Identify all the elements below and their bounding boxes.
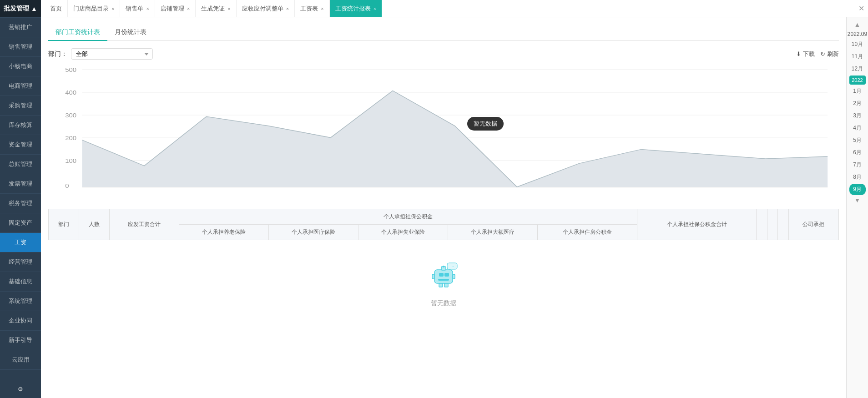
timeline-month-6[interactable]: 6月 — [849, 147, 866, 158]
th-personal-large-medical: 个人承担大额医疗 — [448, 225, 538, 240]
settings-button[interactable]: ⚙ — [0, 380, 41, 398]
sidebar-item-inventory[interactable]: 库存核算 — [0, 116, 41, 135]
timeline-month-2[interactable]: 2月 — [849, 98, 866, 109]
tab-store-catalog[interactable]: 门店商品目录 × — [68, 0, 120, 17]
tab-close-icon[interactable]: × — [187, 6, 190, 11]
th-personal-housing-fund: 个人承担住房公积金 — [538, 225, 637, 240]
sidebar-item-guide[interactable]: 新手引导 — [0, 331, 41, 350]
sidebar-item-cloud[interactable]: 云应用 — [0, 350, 41, 370]
sidebar-header[interactable]: 批发管理 ▲ — [0, 0, 41, 18]
download-button[interactable]: ⬇ 下载 — [796, 50, 815, 58]
sidebar-item-payroll[interactable]: 工资 — [0, 233, 41, 252]
refresh-label: 刷新 — [827, 50, 839, 58]
refresh-button[interactable]: ↻ 刷新 — [820, 50, 839, 58]
th-personal-insurance-group: 个人承担社保公积金 — [179, 209, 637, 225]
sidebar-item-label: 发票管理 — [9, 180, 32, 187]
tab-payroll[interactable]: 工资表 × — [295, 0, 329, 17]
tab-label: 工资统计报表 — [335, 5, 371, 13]
tab-label: 店铺管理 — [161, 5, 184, 13]
sidebar-item-label: 系统管理 — [9, 297, 32, 304]
sidebar-item-label: 基础信息 — [9, 278, 32, 285]
th-dept: 部门 — [49, 209, 79, 240]
sidebar-item-label: 库存核算 — [9, 121, 32, 128]
tab-sales-order[interactable]: 销售单 × — [120, 0, 155, 17]
sidebar-item-ecommerce[interactable]: 电商管理 — [0, 76, 41, 96]
timeline-month-10[interactable]: 10月 — [849, 39, 866, 50]
timeline-year-tag[interactable]: 2022 — [849, 76, 866, 85]
th-company-medical — [767, 209, 777, 240]
th-salary-total: 应发工资合计 — [109, 209, 179, 240]
sub-tab-month[interactable]: 月份统计表 — [107, 25, 154, 41]
sidebar-item-sales[interactable]: 销售管理 — [0, 37, 41, 57]
th-personal-medical: 个人承担医疗保险 — [269, 225, 358, 240]
tab-close-icon[interactable]: × — [111, 6, 114, 11]
empty-state: ··· 暂无数据 — [48, 240, 839, 317]
sidebar-item-invoice[interactable]: 发票管理 — [0, 174, 41, 194]
tab-close-icon[interactable]: × — [146, 6, 149, 11]
timeline-year-2022[interactable]: 2022.09 — [848, 31, 867, 37]
sidebar-item-enterprise[interactable]: 企业协同 — [0, 311, 41, 331]
timeline-down-arrow[interactable]: ▼ — [854, 196, 861, 204]
chart-tooltip: 暂无数据 — [467, 117, 504, 131]
sidebar-item-label: 企业协同 — [9, 317, 32, 324]
close-all-icon[interactable]: ✕ — [858, 4, 864, 13]
main-area: 首页 门店商品目录 × 销售单 × 店铺管理 × 生成凭证 × 应收应付调整单 … — [41, 0, 868, 398]
refresh-icon: ↻ — [820, 50, 825, 57]
top-tab-bar: 首页 门店商品目录 × 销售单 × 店铺管理 × 生成凭证 × 应收应付调整单 … — [41, 0, 868, 17]
timeline-month-9[interactable]: 9月 — [849, 184, 866, 195]
tab-close-icon[interactable]: × — [321, 6, 323, 11]
toolbar: 部门： 全部 ⬇ 下载 ↻ 刷新 — [48, 48, 839, 60]
tab-ar-ap[interactable]: 应收应付调整单 × — [237, 0, 295, 17]
timeline-month-8[interactable]: 8月 — [849, 171, 866, 183]
dept-select[interactable]: 全部 — [71, 48, 153, 60]
tab-label: 销售单 — [126, 5, 143, 13]
tab-payroll-report[interactable]: 工资统计报表 × — [330, 0, 382, 17]
tab-home[interactable]: 首页 — [45, 0, 68, 17]
timeline-up-arrow[interactable]: ▲ — [854, 21, 861, 28]
tab-close-icon[interactable]: × — [286, 6, 289, 11]
tab-voucher[interactable]: 生成凭证 × — [196, 0, 236, 17]
timeline-month-4[interactable]: 4月 — [849, 122, 866, 134]
sidebar-item-ledger[interactable]: 总账管理 — [0, 155, 41, 174]
timeline-month-12[interactable]: 12月 — [849, 63, 866, 75]
svg-rect-14 — [439, 273, 444, 277]
svg-rect-15 — [444, 273, 449, 277]
tab-close-icon[interactable]: × — [373, 6, 376, 11]
tab-home-label: 首页 — [50, 5, 62, 13]
timeline-month-5[interactable]: 5月 — [849, 135, 866, 146]
sub-tab-dept[interactable]: 部门工资统计表 — [48, 25, 107, 41]
svg-rect-19 — [432, 274, 434, 279]
tab-close-icon[interactable]: × — [227, 6, 230, 11]
sidebar-item-system[interactable]: 系统管理 — [0, 292, 41, 311]
sidebar-item-label: 资金管理 — [9, 141, 32, 148]
th-company-other: 公司承担 — [788, 209, 838, 240]
tab-label: 生成凭证 — [201, 5, 225, 13]
sidebar-item-ecommerce-small[interactable]: 小畅电商 — [0, 57, 41, 76]
sub-tab-label: 月份统计表 — [115, 28, 146, 35]
toolbar-left: 部门： 全部 — [48, 48, 153, 60]
sidebar-item-operations[interactable]: 经营管理 — [0, 252, 41, 272]
svg-rect-21 — [439, 283, 443, 287]
svg-text:200: 200 — [65, 135, 76, 141]
timeline-month-11[interactable]: 11月 — [849, 51, 866, 62]
sidebar-item-assets[interactable]: 固定资产 — [0, 213, 41, 233]
toolbar-right: ⬇ 下载 ↻ 刷新 — [796, 50, 839, 58]
tab-store-mgmt[interactable]: 店铺管理 × — [155, 0, 196, 17]
timeline-month-3[interactable]: 3月 — [849, 110, 866, 121]
sidebar-item-tax[interactable]: 税务管理 — [0, 194, 41, 213]
timeline-month-7[interactable]: 7月 — [849, 159, 866, 171]
sidebar-item-purchase[interactable]: 采购管理 — [0, 96, 41, 116]
tab-label: 门店商品目录 — [73, 5, 109, 13]
sidebar-item-finance[interactable]: 资金管理 — [0, 135, 41, 155]
timeline-month-1[interactable]: 1月 — [849, 86, 866, 97]
sidebar-item-marketing[interactable]: 营销推广 — [0, 18, 41, 37]
svg-marker-12 — [82, 91, 828, 187]
sidebar-item-label: 工资 — [15, 239, 26, 246]
tab-label: 工资表 — [300, 5, 318, 13]
sidebar-item-label: 税务管理 — [9, 200, 32, 207]
sidebar-item-label: 营销推广 — [9, 24, 32, 30]
download-label: 下载 — [803, 50, 815, 58]
sidebar-item-basics[interactable]: 基础信息 — [0, 272, 41, 292]
sidebar-item-label: 总账管理 — [9, 161, 32, 167]
svg-rect-13 — [434, 270, 453, 283]
